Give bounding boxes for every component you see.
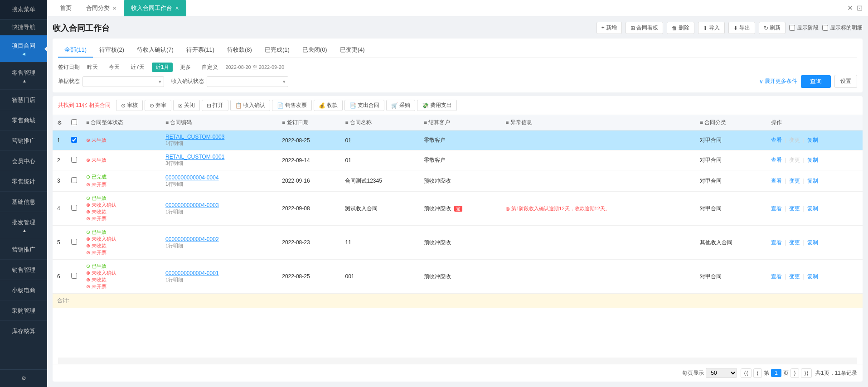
- copy-link[interactable]: 复制: [807, 239, 818, 246]
- tab-close-income-workbench[interactable]: ✕: [175, 0, 179, 16]
- sidebar-search[interactable]: 搜索菜单: [0, 0, 47, 19]
- date-custom-btn[interactable]: 自定义: [198, 63, 222, 72]
- window-maximize-icon[interactable]: ⊡: [857, 4, 863, 12]
- change-link[interactable]: 变更: [789, 137, 800, 143]
- delete-button[interactable]: 🗑 删除: [667, 22, 694, 34]
- open-icon: ⊡: [207, 102, 211, 109]
- status-tab-pending-review[interactable]: 待审核(2): [93, 43, 131, 58]
- contract-code-link[interactable]: 0000000000004-0004: [165, 174, 218, 181]
- sidebar-item-wholesale[interactable]: 批发管理 ▲: [0, 212, 47, 239]
- view-link[interactable]: 查看: [771, 273, 782, 280]
- import-button[interactable]: ⬆ 导入: [698, 22, 725, 34]
- tab-income-workbench[interactable]: 收入合同工作台 ✕: [124, 0, 186, 16]
- purchase-button[interactable]: 🛒 采购: [386, 100, 415, 111]
- sidebar-item-smart-store[interactable]: 智慧门店: [0, 90, 47, 110]
- copy-link[interactable]: 复制: [807, 157, 818, 163]
- row-date: 2022-08-25: [277, 131, 340, 150]
- status-tab-completed[interactable]: 已完成(1): [258, 43, 296, 58]
- income-confirm-select-wrapper: [207, 76, 288, 87]
- status-tab-pending-invoice[interactable]: 待开票(11): [180, 43, 221, 58]
- settings-button[interactable]: 设置: [834, 75, 857, 88]
- copy-link[interactable]: 复制: [807, 273, 818, 280]
- close-contract-button[interactable]: ⊠ 关闭: [173, 100, 200, 111]
- window-close-icon[interactable]: ✕: [847, 4, 853, 12]
- sidebar-item-sales-mgmt[interactable]: 销售管理: [0, 260, 47, 280]
- query-button[interactable]: 查询: [801, 75, 831, 88]
- export-button[interactable]: ⬇ 导出: [728, 22, 755, 34]
- horizontal-scrollbar[interactable]: [58, 358, 857, 364]
- sidebar-item-retail-commerce[interactable]: 零售商城: [0, 110, 47, 131]
- income-confirm-button[interactable]: 📋 收入确认: [230, 100, 270, 111]
- date-more-btn[interactable]: 更多: [176, 63, 194, 72]
- sidebar-item-purchase[interactable]: 采购管理: [0, 300, 47, 321]
- next-page-btn[interactable]: ⟩: [790, 368, 799, 378]
- change-link[interactable]: 变更: [789, 157, 800, 163]
- new-button[interactable]: + 新增: [596, 22, 622, 34]
- sidebar-item-retail-stat[interactable]: 零售统计: [0, 171, 47, 192]
- page-size-select[interactable]: 50 100 200: [706, 368, 737, 378]
- expense-contract-button[interactable]: 📑 支出合同: [344, 100, 384, 111]
- refresh-button[interactable]: ↻ 刷新: [759, 22, 786, 34]
- copy-link[interactable]: 复制: [807, 137, 818, 143]
- contract-board-button[interactable]: ⊞ 合同看板: [626, 22, 663, 34]
- status-tab-all[interactable]: 全部(11): [58, 43, 93, 58]
- date-today-btn[interactable]: 今天: [105, 63, 123, 72]
- change-link[interactable]: 变更: [789, 239, 800, 246]
- sidebar-item-marketing2[interactable]: 营销推广: [0, 239, 47, 260]
- open-contract-button[interactable]: ⊡ 打开: [202, 100, 228, 111]
- last-page-btn[interactable]: ⟩⟩: [801, 368, 812, 378]
- change-link[interactable]: 变更: [789, 273, 800, 280]
- col-checkbox: [67, 115, 82, 131]
- view-link[interactable]: 查看: [771, 239, 782, 246]
- contract-code-link[interactable]: 0000000000004-0001: [165, 270, 218, 276]
- contract-code-link[interactable]: RETAIL_CUSTOM-0001: [165, 154, 224, 160]
- sidebar-nav[interactable]: 快捷导航: [0, 19, 47, 35]
- sidebar-item-project[interactable]: 项目合同 ◀: [0, 35, 47, 63]
- prev-page-btn[interactable]: ⟨: [753, 368, 762, 378]
- date-7days-btn[interactable]: 近7天: [127, 63, 148, 72]
- sidebar-item-retail-mgmt[interactable]: 零售管理 ▲: [0, 63, 47, 90]
- show-milestones-checkbox[interactable]: 显示标的明细: [822, 24, 863, 32]
- status-tab-closed[interactable]: 已关闭(0): [296, 43, 334, 58]
- chevron-down-icon: ∨: [759, 78, 763, 85]
- contracts-table: ⚙ ≡ 合同整体状态 ≡ 合同编码 ≡ 签订日期 ≡ 合同名称 ≡ 结算客户 ≡…: [53, 115, 863, 308]
- change-link[interactable]: 变更: [789, 178, 800, 184]
- doc-status-select[interactable]: [82, 76, 164, 87]
- sidebar-settings[interactable]: ⚙: [0, 369, 47, 387]
- status-tab-changed[interactable]: 已变更(4): [334, 43, 371, 58]
- contract-code-link[interactable]: 0000000000004-0003: [165, 202, 218, 208]
- copy-link[interactable]: 复制: [807, 205, 818, 212]
- expense-out-button[interactable]: 💸 费用支出: [417, 100, 457, 111]
- show-stages-checkbox[interactable]: 显示阶段: [789, 24, 819, 32]
- payment-button[interactable]: 💰 收款: [314, 100, 343, 111]
- change-link[interactable]: 变更: [789, 205, 800, 212]
- tab-contract-category[interactable]: 合同分类 ✕: [79, 0, 124, 16]
- contract-code-link[interactable]: 0000000000004-0002: [165, 236, 218, 242]
- first-page-btn[interactable]: ⟨⟨: [741, 368, 752, 378]
- tab-close-contract-category[interactable]: ✕: [112, 0, 116, 16]
- sidebar-item-basic-info[interactable]: 基础信息: [0, 192, 47, 212]
- expand-filter-btn[interactable]: ∨ 展开更多条件: [759, 77, 797, 85]
- view-link[interactable]: 查看: [771, 157, 782, 163]
- status-tab-pending-income[interactable]: 待收入确认(7): [131, 43, 180, 58]
- abandon-audit-button[interactable]: ⊙ 弃审: [145, 100, 171, 111]
- contract-code-link[interactable]: RETAIL_CUSTOM-0003: [165, 134, 224, 140]
- sidebar-item-inventory[interactable]: 库存核算: [0, 321, 47, 341]
- sidebar-item-member[interactable]: 会员中心: [0, 151, 47, 171]
- income-confirm-select[interactable]: [207, 76, 288, 87]
- copy-link[interactable]: 复制: [807, 178, 818, 184]
- view-link[interactable]: 查看: [771, 205, 782, 212]
- date-yesterday-btn[interactable]: 昨天: [83, 63, 102, 72]
- tab-home[interactable]: 首页: [53, 0, 79, 16]
- audit-button[interactable]: ⊙ 审核: [116, 100, 143, 111]
- table-wrapper: ⚙ ≡ 合同整体状态 ≡ 合同编码 ≡ 签订日期 ≡ 合同名称 ≡ 结算客户 ≡…: [53, 115, 863, 358]
- date-1month-btn[interactable]: 近1月: [152, 63, 173, 72]
- sales-invoice-button[interactable]: 📄 销售发票: [272, 100, 312, 111]
- select-all-checkbox[interactable]: [71, 119, 77, 125]
- sidebar-item-ecommerce[interactable]: 小畅电商: [0, 280, 47, 300]
- export-icon: ⬇: [733, 25, 738, 31]
- view-link[interactable]: 查看: [771, 137, 782, 143]
- view-link[interactable]: 查看: [771, 178, 782, 184]
- sidebar-item-marketing[interactable]: 营销推广: [0, 131, 47, 151]
- status-tab-pending-payment[interactable]: 待收款(8): [221, 43, 258, 58]
